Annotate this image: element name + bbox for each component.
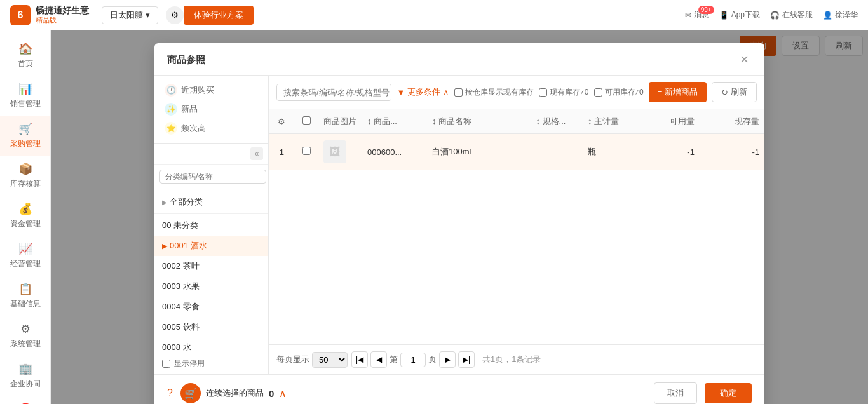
sidebar-item-label: 基础信息: [10, 299, 41, 309]
collapse-panel-button[interactable]: «: [250, 147, 263, 160]
category-item-0002[interactable]: 0002 茶叶: [154, 256, 268, 276]
arrow-icon: ▶: [162, 199, 167, 206]
th-stock-label: 现存量: [735, 116, 759, 126]
sidebar-item-base[interactable]: 📋 基础信息: [0, 276, 50, 316]
th-spec-label: 规格...: [543, 116, 566, 126]
sidebar-item-home[interactable]: 🏠 首页: [0, 36, 50, 76]
online-service-action[interactable]: 🎧 在线客服: [770, 10, 813, 20]
next-page-button[interactable]: ▶: [439, 351, 456, 368]
more-conditions-button[interactable]: ▼ 更多条件 ∧: [397, 86, 449, 98]
table-row[interactable]: 1 🖼 000600...: [269, 134, 764, 170]
sort-icon: ↕: [536, 116, 540, 126]
th-unit[interactable]: ↕ 主计量: [583, 109, 635, 134]
category-item-0003[interactable]: 0003 水果: [154, 276, 268, 297]
row-checkbox[interactable]: [295, 134, 318, 170]
header-actions: ✉ 消息 99+ 📱 App下载 🎧 在线客服 👤 徐泽华: [685, 10, 858, 20]
th-img: 商品图片: [318, 109, 362, 134]
modal-header: 商品参照 ✕: [154, 43, 764, 76]
collapse-row: «: [154, 144, 268, 165]
check-by-warehouse[interactable]: 按仓库显示现有库存: [454, 87, 534, 98]
sidebar-item-enterprise[interactable]: 🏢 企业协同: [0, 356, 50, 396]
filter-recent[interactable]: 🕐 近期购买: [159, 81, 263, 100]
user-profile[interactable]: 👤 徐泽华: [823, 10, 858, 20]
th-code[interactable]: ↕ 商品...: [362, 109, 427, 134]
th-code-label: 商品...: [374, 116, 397, 126]
product-search-input[interactable]: [277, 84, 391, 100]
modal-close-button[interactable]: ✕: [736, 52, 752, 67]
sidebar-item-guide[interactable]: 🎯 新手引导: [0, 396, 50, 404]
sidebar-item-label: 销售管理: [10, 98, 41, 109]
try-industry-button[interactable]: 体验行业方案: [184, 6, 254, 25]
sidebar: 🏠 首页 📊 销售管理 🛒 采购管理 📦 库存核算 💰 资金管理 📈 经营管理 …: [0, 30, 51, 404]
last-page-button[interactable]: ▶|: [458, 351, 475, 368]
app-download-action[interactable]: 📱 App下载: [719, 10, 760, 20]
sidebar-item-purchase[interactable]: 🛒 采购管理: [0, 116, 50, 156]
username-label: 徐泽华: [835, 10, 858, 20]
row-select-checkbox[interactable]: [302, 147, 311, 155]
category-item-0005[interactable]: 0005 饮料: [154, 317, 268, 337]
filter-frequent[interactable]: ⭐ 频次高: [159, 119, 263, 138]
check-available-stock[interactable]: 可用库存≠0: [594, 87, 644, 98]
sidebar-item-label: 库存核算: [10, 178, 41, 189]
message-icon: ✉: [685, 11, 691, 20]
select-all-checkbox[interactable]: [302, 116, 311, 125]
collapse-cart-icon[interactable]: ∧: [279, 387, 287, 400]
add-product-button[interactable]: + 新增商品: [649, 82, 707, 102]
total-info: 共1页，1条记录: [482, 354, 541, 365]
first-page-button[interactable]: |◀: [351, 351, 368, 368]
by-warehouse-checkbox[interactable]: [454, 88, 463, 97]
confirm-button[interactable]: 确定: [705, 383, 752, 403]
filter-frequent-label: 频次高: [181, 123, 206, 134]
category-item-0001[interactable]: ▶ 0001 酒水: [154, 236, 268, 256]
product-panel: 🔍 ▼ 更多条件 ∧ 按仓库显示现有库存: [269, 76, 764, 374]
category-panel: 🕐 近期购买 ✨ 新品 ⭐ 频次高: [154, 76, 269, 374]
sidebar-item-inventory[interactable]: 📦 库存核算: [0, 156, 50, 196]
category-item-00[interactable]: 00 未分类: [154, 215, 268, 236]
chevron-up-icon: ∧: [443, 88, 449, 97]
th-unit-label: 主计量: [594, 116, 619, 126]
available-stock-checkbox[interactable]: [594, 88, 602, 97]
help-icon[interactable]: ?: [167, 387, 173, 399]
category-item-0004[interactable]: 0004 零食: [154, 297, 268, 317]
row-img: 🖼: [318, 134, 362, 170]
messages-action[interactable]: ✉ 消息 99+: [685, 10, 709, 20]
store-name: 日太阳膜: [110, 10, 143, 21]
chevron-down-icon: ▾: [146, 10, 150, 20]
settings-icon[interactable]: ⚙: [278, 117, 285, 126]
brand-info: 畅捷通好生意 精品版: [36, 5, 89, 25]
category-search: 🔍: [154, 165, 268, 189]
category-search-input[interactable]: [159, 170, 266, 184]
category-label: 0004 零食: [162, 301, 200, 313]
refresh-button[interactable]: ↻ 刷新: [712, 82, 757, 102]
category-item-0008[interactable]: 0008 水: [154, 337, 268, 353]
current-stock-checkbox[interactable]: [539, 88, 547, 97]
filter-new[interactable]: ✨ 新品: [159, 100, 263, 119]
sidebar-item-label: 首页: [18, 58, 33, 69]
category-item-all[interactable]: ▶ 全部分类: [154, 192, 268, 212]
store-selector[interactable]: 日太阳膜 ▾: [102, 6, 158, 24]
sidebar-item-finance[interactable]: 💰 资金管理: [0, 196, 50, 236]
prev-page-button[interactable]: ◀: [370, 351, 387, 368]
more-conditions-label: 更多条件: [407, 86, 440, 98]
page-size-select[interactable]: 10 20 50 100: [312, 352, 348, 368]
sidebar-item-sales[interactable]: 📊 销售管理: [0, 76, 50, 116]
display-disabled-label: 显示停用: [174, 358, 205, 369]
sidebar-item-system[interactable]: ⚙ 系统管理: [0, 316, 50, 356]
th-checkbox: [295, 109, 318, 134]
th-name[interactable]: ↕ 商品名称: [427, 109, 531, 134]
current-page-input[interactable]: [400, 353, 426, 367]
messages-badge: 99+: [698, 6, 714, 14]
cart-icon[interactable]: 🛒: [180, 383, 201, 403]
filter-new-label: 新品: [181, 104, 198, 115]
available-stock-label: 可用库存≠0: [605, 87, 644, 98]
check-current-stock[interactable]: 现有库存≠0: [539, 87, 588, 98]
recent-icon: 🕐: [165, 84, 177, 97]
settings-icon[interactable]: ⚙: [166, 6, 184, 24]
modal-title: 商品参照: [167, 54, 205, 66]
th-spec[interactable]: ↕ 规格...: [531, 109, 583, 134]
page-suffix: 页: [428, 354, 437, 365]
category-label: 0001 酒水: [170, 240, 207, 252]
cancel-button[interactable]: 取消: [654, 382, 697, 404]
sidebar-item-operation[interactable]: 📈 经营管理: [0, 236, 50, 276]
display-disabled-checkbox[interactable]: [162, 360, 170, 368]
